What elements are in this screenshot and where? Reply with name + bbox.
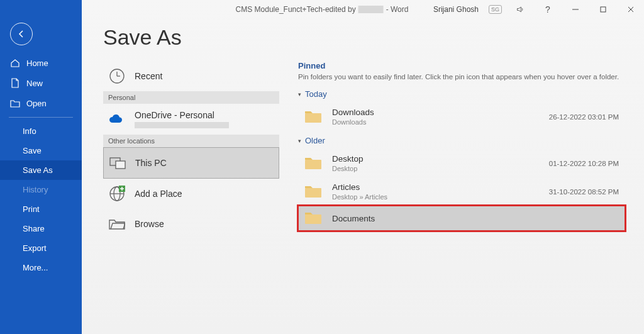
nav-new[interactable]: New: [0, 73, 82, 93]
main-area: Save As Recent Personal OneDrive - Perso…: [82, 0, 644, 334]
folders-column: Pinned Pin folders you want to easily fi…: [298, 61, 625, 239]
nav-save-as[interactable]: Save As: [0, 160, 82, 180]
new-doc-icon: [10, 78, 20, 88]
folder-path: Downloads: [332, 118, 540, 126]
redacted-author: [358, 6, 384, 13]
close-button[interactable]: [621, 2, 640, 17]
folder-icon: [304, 211, 323, 226]
nav-open-label: Open: [26, 99, 47, 108]
folder-desktop[interactable]: Desktop Desktop 01-12-2022 10:28 PM: [298, 149, 625, 177]
folder-path: Desktop » Articles: [332, 193, 540, 201]
locations-section-other: Other locations: [103, 135, 279, 147]
minimize-button[interactable]: [566, 2, 585, 17]
folder-downloads[interactable]: Downloads Downloads 26-12-2022 03:01 PM: [298, 103, 625, 131]
group-today[interactable]: ▾ Today: [298, 89, 625, 99]
folder-name: Articles: [332, 182, 540, 192]
nav-export[interactable]: Export: [0, 238, 82, 258]
onedrive-icon: [108, 111, 126, 128]
onedrive-account-redacted: [135, 122, 229, 128]
chevron-down-icon: ▾: [298, 138, 301, 144]
backstage-sidebar: Home New Open Info Save Save As History …: [0, 0, 82, 334]
svg-rect-17: [305, 188, 321, 198]
folder-path: Desktop: [332, 165, 540, 172]
user-name[interactable]: Srijani Ghosh: [433, 5, 479, 14]
home-icon: [10, 58, 20, 68]
nav-print[interactable]: Print: [0, 199, 82, 219]
nav-save[interactable]: Save: [0, 141, 82, 160]
nav-open[interactable]: Open: [0, 93, 82, 113]
location-onedrive[interactable]: OneDrive - Personal: [103, 104, 279, 135]
svg-rect-8: [116, 161, 125, 169]
title-bar: CMS Module_Funct+Tech-edited by - Word S…: [0, 0, 644, 19]
location-recent-label: Recent: [135, 71, 162, 81]
nav-more[interactable]: More...: [0, 258, 82, 277]
nav-divider: [9, 117, 73, 118]
locations-column: Recent Personal OneDrive - Personal Othe…: [103, 61, 279, 239]
svg-rect-16: [305, 160, 321, 169]
folder-icon: [304, 156, 323, 171]
folder-date: 26-12-2022 03:01 PM: [549, 113, 619, 121]
nav-home[interactable]: Home: [0, 53, 82, 73]
back-button[interactable]: [10, 23, 33, 45]
this-pc-icon: [109, 154, 126, 172]
folder-name: Desktop: [332, 154, 540, 164]
add-place-icon: [108, 185, 126, 203]
group-today-label: Today: [305, 89, 327, 99]
folder-documents[interactable]: Documents: [298, 206, 625, 231]
open-folder-icon: [10, 98, 20, 108]
location-this-pc-label: This PC: [135, 158, 167, 168]
svg-rect-18: [305, 214, 321, 224]
svg-rect-1: [601, 7, 606, 12]
nav-new-label: New: [26, 79, 43, 88]
group-older[interactable]: ▾ Older: [298, 136, 625, 145]
nav-share[interactable]: Share: [0, 219, 82, 238]
location-browse-label: Browse: [135, 219, 164, 229]
location-onedrive-label: OneDrive - Personal: [135, 110, 229, 120]
user-initials-badge[interactable]: SG: [489, 5, 502, 14]
doc-name-prefix: CMS Module_Funct+Tech-edited by: [236, 5, 356, 14]
megaphone-icon[interactable]: [511, 2, 530, 17]
folder-name: Documents: [332, 214, 619, 223]
location-add-place-label: Add a Place: [135, 189, 182, 199]
page-title: Save As: [103, 25, 625, 50]
browse-folder-icon: [108, 215, 126, 233]
folder-name: Downloads: [332, 108, 540, 117]
document-title: CMS Module_Funct+Tech-edited by - Word: [236, 5, 409, 14]
maximize-button[interactable]: [594, 2, 613, 17]
help-icon[interactable]: ?: [538, 2, 557, 17]
svg-rect-15: [305, 113, 321, 123]
app-name: - Word: [386, 5, 409, 14]
pinned-heading: Pinned: [298, 61, 625, 70]
folder-date: 01-12-2022 10:28 PM: [549, 160, 619, 167]
locations-section-personal: Personal: [103, 91, 279, 104]
clock-icon: [108, 67, 126, 85]
group-older-label: Older: [305, 136, 325, 145]
nav-history[interactable]: History: [0, 180, 82, 199]
folder-icon: [304, 184, 323, 199]
nav-home-label: Home: [26, 58, 48, 68]
folder-icon: [304, 109, 323, 125]
nav-info[interactable]: Info: [0, 121, 82, 141]
location-recent[interactable]: Recent: [103, 61, 279, 91]
location-add-place[interactable]: Add a Place: [103, 179, 279, 209]
folder-articles[interactable]: Articles Desktop » Articles 31-10-2022 0…: [298, 177, 625, 206]
location-this-pc[interactable]: This PC: [103, 147, 279, 179]
chevron-down-icon: ▾: [298, 91, 301, 97]
pinned-description: Pin folders you want to easily find late…: [298, 73, 625, 81]
folder-date: 31-10-2022 08:52 PM: [549, 188, 619, 196]
location-browse[interactable]: Browse: [103, 209, 279, 239]
